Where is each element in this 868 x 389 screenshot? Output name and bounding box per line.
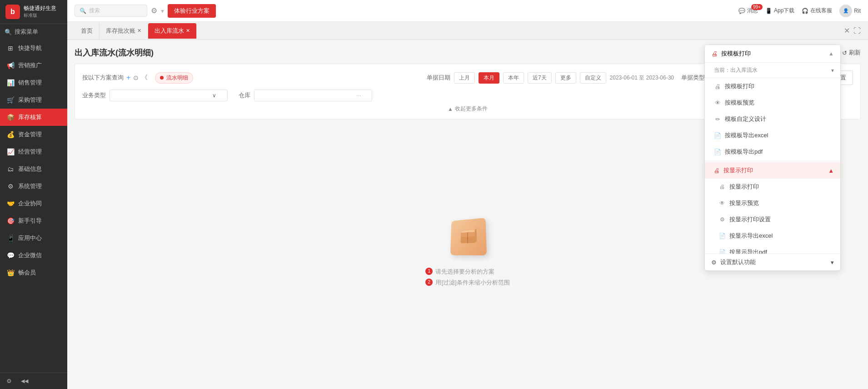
tab-close-window-icon[interactable]: ✕ (844, 26, 850, 35)
sidebar-settings-icon[interactable]: ⚙ (6, 378, 12, 384)
warehouse-select[interactable]: ··· (254, 90, 372, 101)
sidebar-item-enterprise-wechat[interactable]: 💬 企业微信 (0, 247, 67, 264)
dp-item-template-excel[interactable]: 📄 按模板导出excel (705, 127, 840, 144)
user-avatar-item[interactable]: 👤 Rit (839, 5, 861, 17)
sidebar-item-finance[interactable]: 💰 资金管理 (0, 126, 67, 143)
dp-scroll-area: 当前：出入库流水 ▾ 🖨 按模板打印 👁 按模板预览 ✏ 模板自定义设计 📄 按… (705, 63, 840, 254)
sidebar-item-label: 销售管理 (18, 79, 42, 87)
tab-flow[interactable]: 出入库流水 ✕ (148, 23, 197, 39)
sidebar-item-label: 企业微信 (18, 251, 42, 259)
sidebar-item-member[interactable]: 👑 畅会员 (0, 264, 67, 281)
dp-item-template-preview[interactable]: 👁 按模板预览 (705, 95, 840, 111)
search-icon: 🔍 (5, 29, 12, 35)
dp-item-template-pdf[interactable]: 📄 按模板导出pdf (705, 144, 840, 160)
sidebar-item-sales[interactable]: 📊 销售管理 (0, 74, 67, 91)
collapse-button[interactable]: ▲ 收起更多条件 (448, 105, 488, 113)
flow-tab-close-icon[interactable]: ✕ (186, 28, 190, 34)
sidebar-item-label: 基础信息 (18, 165, 42, 173)
dp-sub-display-preview[interactable]: 👁 按显示预览 (705, 195, 840, 211)
online-service-label: 在线客服 (810, 7, 832, 15)
dp-current-indicator: 当前：出入库流水 ▾ (705, 63, 840, 78)
dp-item-template-print[interactable]: 🖨 按模板打印 (705, 78, 840, 95)
date-option-last-month[interactable]: 上月 (454, 72, 475, 84)
dp-pdf-icon-1: 📄 (714, 149, 721, 155)
biz-type-chevron-icon: ∨ (212, 92, 216, 99)
online-service-item[interactable]: 🎧 在线客服 (802, 7, 832, 15)
logo-name: 畅捷通好生意 (24, 5, 56, 12)
dp-display-print-section-header[interactable]: 🖨 按显示打印 ▲ (705, 162, 840, 179)
empty-illustration (440, 219, 495, 264)
header-gear-icon[interactable]: ⚙ (151, 6, 157, 15)
batch-account-tab-label: 库存批次账 (106, 27, 135, 35)
header-chevron-icon[interactable]: ▾ (161, 7, 164, 15)
date-option-more[interactable]: 更多 (555, 72, 576, 84)
hint-text-2: 用[过滤]条件来缩小分析范围 (435, 279, 509, 287)
app-center-icon: 📱 (6, 234, 15, 242)
message-item[interactable]: 💬 消息 99+ (738, 7, 758, 15)
app-download-item[interactable]: 📱 App下载 (765, 7, 794, 15)
sidebar-item-app-center[interactable]: 📱 应用中心 (0, 229, 67, 247)
filter-settings-icon[interactable]: ⊙ (133, 74, 139, 81)
sidebar-item-quick-nav[interactable]: ⊞ 快捷导航 (0, 40, 67, 57)
header-search-bar[interactable]: 🔍 搜索 (75, 5, 147, 17)
tab-batch-account[interactable]: 库存批次账 ✕ (100, 23, 148, 39)
header-left: 🔍 搜索 ⚙ ▾ 体验行业方案 (75, 4, 733, 18)
collapse-label: 收起更多条件 (455, 105, 488, 113)
avatar: 👤 (839, 5, 852, 17)
warehouse-group: 仓库 ··· (239, 90, 372, 101)
dp-sub-display-pdf[interactable]: 📄 按显示导出pdf (705, 244, 840, 254)
sidebar-item-label: 畅会员 (18, 269, 36, 277)
dp-sub-display-print[interactable]: 🖨 按显示打印 (705, 179, 840, 195)
date-option-7days[interactable]: 近7天 (528, 72, 552, 84)
active-filter-chip[interactable]: 流水明细 (155, 72, 193, 84)
message-icon: 💬 (738, 8, 745, 14)
date-option-current-month[interactable]: 本月 (479, 72, 499, 84)
dp-item-template-custom[interactable]: ✏ 模板自定义设计 (705, 111, 840, 127)
date-option-current-year[interactable]: 本年 (503, 72, 524, 84)
sidebar-search[interactable]: 🔍 搜索菜单 (0, 24, 67, 40)
filter-collapse-icon[interactable]: 《 (141, 74, 148, 82)
dp-sub-print-icon: 🖨 (718, 184, 726, 190)
dp-current-chevron-icon: ▾ (831, 67, 834, 74)
warehouse-more-icon[interactable]: ··· (356, 92, 361, 99)
dp-footer[interactable]: ⚙ 设置默认功能 ▾ (705, 254, 840, 270)
basic-icon: 🗂 (6, 165, 15, 173)
sidebar-item-label: 营销推广 (18, 61, 42, 70)
tab-maximize-icon[interactable]: ⛶ (853, 27, 861, 35)
biz-type-select[interactable]: ∨ (110, 90, 228, 101)
dp-sub-display-excel[interactable]: 📄 按显示导出excel (705, 228, 840, 244)
sidebar-item-purchase[interactable]: 🛒 采购管理 (0, 91, 67, 109)
dp-header-chevron-icon[interactable]: ▲ (828, 50, 834, 57)
sidebar-item-newbie[interactable]: 🎯 新手引导 (0, 212, 67, 229)
sidebar-item-marketing[interactable]: 📢 营销推广 (0, 57, 67, 74)
biz-type-label: 业务类型 (82, 91, 106, 100)
hint-number-1: 1 (425, 268, 433, 275)
app-download-icon: 📱 (765, 8, 772, 14)
sidebar-item-enterprise[interactable]: 🤝 企业协同 (0, 195, 67, 212)
tab-bar: 首页 库存批次账 ✕ 出入库流水 ✕ ✕ ⛶ (67, 22, 868, 40)
sidebar-item-system[interactable]: ⚙ 系统管理 (0, 178, 67, 195)
marketing-icon: 📢 (6, 62, 15, 69)
dp-header-print-icon: 🖨 (711, 50, 718, 57)
sidebar-item-operations[interactable]: 📈 经营管理 (0, 143, 67, 160)
filter-add-icon[interactable]: + (126, 74, 130, 82)
sidebar-collapse-icon[interactable]: ◀◀ (21, 378, 28, 384)
sidebar-item-label: 新手引导 (18, 217, 42, 225)
refresh-label: 刷新 (849, 49, 861, 57)
dp-sub-excel-icon: 📄 (718, 233, 726, 239)
sidebar-item-label: 资金管理 (18, 130, 42, 139)
header: 🔍 搜索 ⚙ ▾ 体验行业方案 💬 消息 99+ 📱 App下载 🎧 在线客服 (67, 0, 868, 22)
dp-custom-icon: ✏ (714, 116, 721, 123)
filter-section-label: 按以下方案查询 (82, 74, 124, 82)
doc-type-label: 单据类型 (681, 74, 705, 82)
sidebar-item-basic[interactable]: 🗂 基础信息 (0, 160, 67, 178)
batch-account-tab-close-icon[interactable]: ✕ (137, 28, 141, 34)
dp-sub-display-print-settings[interactable]: ⚙ 按显示打印设置 (705, 211, 840, 228)
refresh-button[interactable]: ↺ 刷新 (842, 49, 861, 57)
trial-button[interactable]: 体验行业方案 (168, 4, 216, 18)
system-icon: ⚙ (6, 183, 15, 190)
sidebar-item-inventory[interactable]: 📦 库存核算 (0, 109, 67, 126)
member-icon: 👑 (6, 269, 15, 276)
date-option-custom[interactable]: 自定义 (580, 72, 606, 84)
tab-home[interactable]: 首页 (75, 23, 100, 39)
